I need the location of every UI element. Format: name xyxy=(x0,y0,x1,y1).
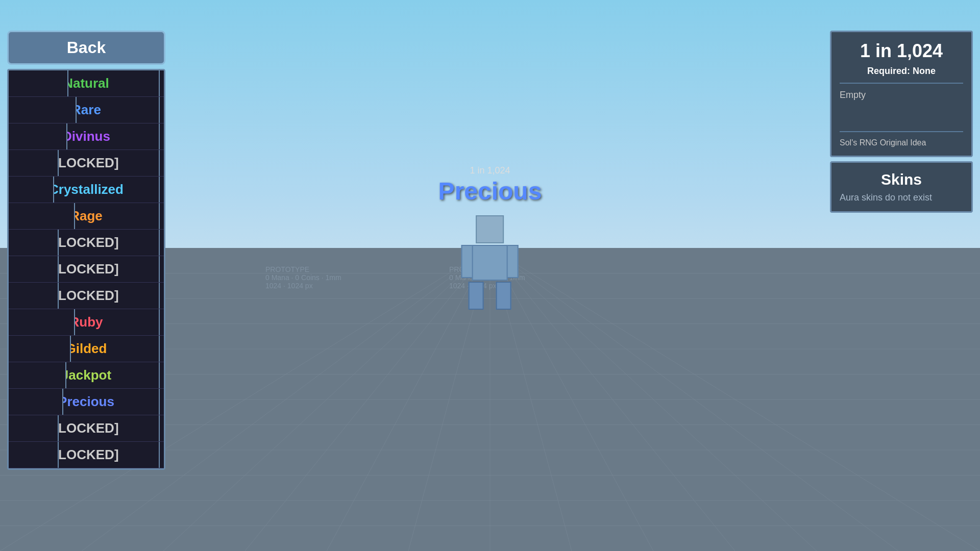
aura-item-13[interactable]: [LOCKED] xyxy=(9,415,164,442)
character-left-leg xyxy=(469,282,484,310)
back-button[interactable]: Back xyxy=(7,31,165,65)
sidebar: Back NaturalRareDivinus[LOCKED]Crystalli… xyxy=(7,31,165,470)
character-display: 1 in 1,024 Precious xyxy=(438,165,542,307)
aura-item-5[interactable]: Rage xyxy=(9,203,164,230)
right-panel: 1 in 1,024 Required: None Empty Sol's RN… xyxy=(830,31,973,213)
aura-item-11[interactable]: Jackpot xyxy=(9,362,164,389)
skins-title: Skins xyxy=(840,171,963,188)
aura-odds-small: 1 in 1,024 xyxy=(470,165,510,176)
character-right-leg xyxy=(496,282,511,310)
aura-item-7[interactable]: [LOCKED] xyxy=(9,256,164,283)
aura-item-3[interactable]: [LOCKED] xyxy=(9,150,164,177)
skins-panel: Skins Aura skins do not exist xyxy=(830,161,973,213)
stat-empty: Empty xyxy=(840,90,963,131)
aura-item-2[interactable]: Divinus xyxy=(9,123,164,150)
aura-name-label: Precious xyxy=(438,177,542,205)
stat-odds: 1 in 1,024 xyxy=(840,40,963,62)
aura-item-8[interactable]: [LOCKED] xyxy=(9,283,164,309)
stat-credit: Sol's RNG Original Idea xyxy=(840,131,963,147)
character-head xyxy=(476,215,504,243)
aura-item-12[interactable]: Precious xyxy=(9,389,164,415)
aura-list: NaturalRareDivinus[LOCKED]CrystallizedRa… xyxy=(7,69,165,470)
aura-item-0[interactable]: Natural xyxy=(9,70,164,97)
character-torso xyxy=(472,245,508,281)
character-model xyxy=(459,215,521,307)
aura-item-10[interactable]: Gilded xyxy=(9,336,164,362)
aura-item-6[interactable]: [LOCKED] xyxy=(9,230,164,256)
aura-item-9[interactable]: Ruby xyxy=(9,309,164,336)
aura-item-14[interactable]: [LOCKED] xyxy=(9,442,164,468)
stats-panel: 1 in 1,024 Required: None Empty Sol's RN… xyxy=(830,31,973,157)
skins-description: Aura skins do not exist xyxy=(840,192,963,203)
stat-required: Required: None xyxy=(840,66,963,84)
aura-item-4[interactable]: Crystallized xyxy=(9,177,164,203)
aura-item-1[interactable]: Rare xyxy=(9,97,164,123)
